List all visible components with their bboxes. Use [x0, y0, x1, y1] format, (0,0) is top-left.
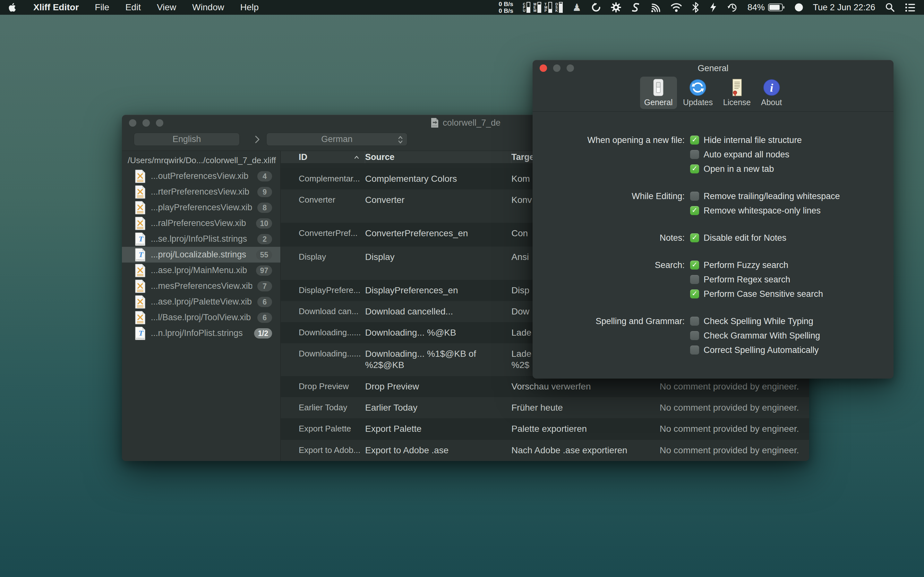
xib-file-icon: [135, 311, 145, 324]
row-comment-cell: No comment provided by engineer.: [660, 418, 809, 440]
preference-checkbox-row[interactable]: Remove trailing/leading whitespace: [690, 192, 840, 201]
preferences-tab-label: About: [761, 98, 782, 107]
checkbox-checked[interactable]: ✓: [690, 290, 699, 298]
xib-file-icon: [135, 217, 145, 230]
menubar-menu-view[interactable]: View: [157, 2, 176, 13]
preference-group: When opening a new file:✓Hide internal f…: [533, 135, 893, 173]
notification-center-icon[interactable]: [905, 3, 916, 12]
target-language-popup[interactable]: German: [266, 133, 407, 146]
wifi-icon[interactable]: [670, 3, 682, 12]
checkbox-unchecked[interactable]: [690, 275, 699, 284]
preference-checkbox-row[interactable]: ✓Perform Case Sensitive search: [690, 290, 823, 298]
document-proxy-icon[interactable]: [431, 118, 439, 128]
menubar-clock[interactable]: Tue 2 Jun 22:26: [813, 3, 875, 13]
preference-checkbox-row[interactable]: Correct Spelling Automatically: [690, 346, 820, 355]
time-machine-icon[interactable]: [727, 2, 738, 13]
s-curve-utility-icon[interactable]: [631, 2, 640, 13]
checkbox-checked[interactable]: ✓: [690, 135, 699, 145]
lightning-bolt-icon[interactable]: [709, 2, 717, 13]
general-preferences-dialog: General GeneralUpdatesLicenseiAbout When…: [533, 60, 893, 379]
file-list-item[interactable]: ...playPreferencesView.xib8: [122, 200, 280, 215]
preference-checkbox-row[interactable]: Check Spelling While Typing: [690, 317, 820, 326]
checkbox-checked[interactable]: ✓: [690, 261, 699, 269]
gear-icon[interactable]: [611, 2, 621, 13]
preference-checkbox-row[interactable]: ✓Disable edit for Notes: [690, 234, 787, 242]
table-row[interactable]: Export PaletteExport PalettePalette expo…: [281, 418, 809, 440]
desktop: { "menu_bar": { "app_name": "Xliff Edito…: [0, 0, 924, 577]
meter-dsk: DSK: [556, 2, 563, 13]
file-list-item[interactable]: TSTRINGS...n.lproj/InfoPlist.strings1/2: [122, 326, 280, 341]
preferences-tab-updates[interactable]: Updates: [679, 77, 717, 109]
checkmark-icon: ✓: [692, 207, 698, 214]
preferences-toolbar: GeneralUpdatesLicenseiAbout: [533, 77, 893, 111]
checkbox-unchecked[interactable]: [690, 150, 699, 159]
row-id-cell: Earlier Today: [299, 397, 365, 418]
moon-icon[interactable]: [795, 3, 803, 12]
table-row[interactable]: Earlier TodayEarlier TodayFrüher heuteNo…: [281, 397, 809, 418]
network-throughput-indicator[interactable]: 0 B/s 0 B/s: [499, 1, 513, 14]
checkmark-icon: ✓: [692, 136, 698, 143]
row-source-cell: Export to Adobe .ase: [365, 440, 511, 461]
preference-checkbox-row[interactable]: Perform Regex search: [690, 275, 823, 284]
checkbox-unchecked[interactable]: [690, 192, 699, 201]
preferences-tab-general[interactable]: General: [640, 77, 677, 109]
user-pawn-icon[interactable]: ♟: [572, 3, 582, 13]
checkbox-checked[interactable]: ✓: [690, 164, 699, 173]
battery-percent-label: 84%: [748, 3, 765, 13]
signal-arcs-icon[interactable]: [650, 2, 661, 13]
row-source-cell: Export Palette: [365, 418, 511, 440]
file-list-item[interactable]: TSTRINGS...proj/Localizable.strings55: [122, 247, 280, 263]
column-header-source[interactable]: Source: [365, 151, 511, 163]
menubar-menu-file[interactable]: File: [95, 2, 110, 13]
preferences-tab-about[interactable]: iAbout: [757, 77, 786, 109]
bluetooth-icon[interactable]: [692, 2, 699, 13]
spotlight-search-icon[interactable]: [885, 2, 895, 13]
checkbox-label: Perform Regex search: [704, 275, 790, 284]
checkbox-unchecked[interactable]: [690, 317, 699, 326]
checkmark-icon: ✓: [692, 165, 698, 172]
file-list-item[interactable]: ...ase.lproj/MainMenu.xib97: [122, 263, 280, 278]
preference-checkbox-row[interactable]: ✓Open in a new tab: [690, 164, 802, 173]
row-comment-cell: No comment provided by engineer.: [660, 397, 809, 418]
menubar-menu-window[interactable]: Window: [192, 2, 224, 13]
preference-checkbox-row[interactable]: Auto expand all nodes: [690, 150, 802, 159]
checkbox-checked[interactable]: ✓: [690, 206, 699, 215]
table-row[interactable]: Export to Adob...Export to Adobe .aseNac…: [281, 440, 809, 461]
menubar-menu-edit[interactable]: Edit: [126, 2, 141, 13]
file-list-item[interactable]: ...l/Base.lproj/ToolView.xib6: [122, 309, 280, 326]
preferences-tab-label: License: [723, 98, 751, 107]
checkbox-unchecked[interactable]: [690, 331, 699, 340]
source-language-button[interactable]: English: [134, 133, 240, 146]
row-id-cell: Display: [299, 247, 365, 280]
preference-checkbox-row[interactable]: ✓Remove whitespace-only lines: [690, 206, 840, 215]
file-list-item[interactable]: ...ase.lproj/PaletteView.xib6: [122, 294, 280, 309]
preference-checkbox-row[interactable]: ✓Perform Fuzzy search: [690, 261, 823, 269]
system-meters-indicator[interactable]: CPUMEMTMPDSK: [523, 2, 563, 13]
preference-checkbox-row[interactable]: Check Grammar With Spelling: [690, 331, 820, 340]
checkbox-label: Disable edit for Notes: [704, 234, 787, 242]
table-row[interactable]: Drop PreviewDrop PreviewVorschau verwerf…: [281, 376, 809, 397]
battery-indicator[interactable]: 84%: [748, 3, 785, 13]
sync-refresh-icon[interactable]: [591, 2, 601, 13]
column-header-id[interactable]: ID: [299, 151, 365, 163]
file-list-item[interactable]: TSTRINGS...se.lproj/InfoPlist.strings2: [122, 231, 280, 247]
preferences-tab-license[interactable]: License: [719, 77, 755, 109]
file-list-item[interactable]: ...outPreferencesView.xib4: [122, 168, 280, 184]
checkbox-checked[interactable]: ✓: [690, 234, 699, 242]
preferences-tab-label: General: [644, 98, 673, 107]
svg-text:i: i: [770, 81, 773, 94]
file-name-label: ...se.lproj/InfoPlist.strings: [151, 234, 252, 244]
preference-checkbox-row[interactable]: ✓Hide internal file structure: [690, 135, 802, 145]
untranslated-count-badge: 1/2: [254, 328, 272, 338]
untranslated-count-badge: 6: [257, 297, 272, 307]
checkbox-unchecked[interactable]: [690, 346, 699, 355]
file-list-item[interactable]: ...ralPreferencesView.xib10: [122, 215, 280, 231]
menubar-menu-help[interactable]: Help: [240, 2, 259, 13]
file-list-item[interactable]: ...rterPreferencesView.xib9: [122, 184, 280, 200]
apple-menu-icon[interactable]: [8, 2, 17, 13]
menubar-app-name[interactable]: Xliff Editor: [33, 2, 79, 13]
file-list-item[interactable]: ...mesPreferencesView.xib7: [122, 278, 280, 294]
menubar-status-cluster: 0 B/s 0 B/s CPUMEMTMPDSK ♟: [499, 1, 916, 14]
svg-text:STRINGS: STRINGS: [136, 259, 145, 261]
battery-icon: [768, 3, 785, 11]
